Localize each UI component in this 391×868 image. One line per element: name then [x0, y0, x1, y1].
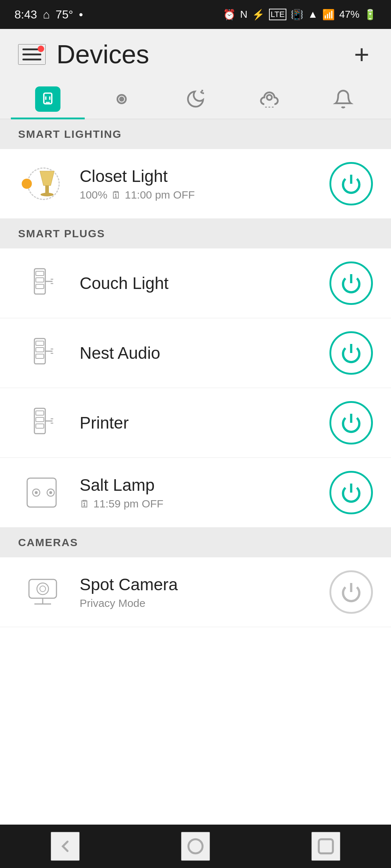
svg-rect-27 — [36, 348, 44, 352]
camera-tab-icon — [109, 86, 134, 112]
device-name: Closet Light — [80, 166, 319, 186]
section-smart-plugs: SMART PLUGS — [0, 219, 391, 248]
battery-percent: 47% — [339, 9, 360, 20]
alarm-icon: ⏰ — [223, 9, 236, 21]
home-icon: ⌂ — [43, 8, 50, 21]
device-name: Salt Lamp — [80, 475, 319, 495]
weather-tab-icon — [257, 86, 282, 112]
list-item[interactable]: Couch Light — [0, 248, 391, 318]
power-button[interactable] — [329, 162, 373, 205]
svg-rect-18 — [36, 271, 44, 276]
recents-button[interactable] — [311, 832, 340, 861]
nfc-icon: N — [240, 9, 247, 20]
nest-audio-info: Nest Audio — [69, 343, 329, 363]
svg-point-9 — [267, 95, 272, 100]
home-button[interactable] — [181, 832, 210, 861]
time: 8:43 — [14, 8, 37, 21]
alerts-tab-icon — [331, 86, 356, 112]
power-button[interactable] — [329, 471, 373, 514]
power-button[interactable] — [329, 570, 373, 614]
closet-light-info: Closet Light 100% 🗓 11:00 pm OFF — [69, 166, 329, 201]
svg-rect-54 — [319, 839, 333, 854]
printer-info: Printer — [69, 413, 329, 433]
plug-strip-icon-3 — [18, 401, 69, 444]
status-right: ⏰ N ⚡ LTE 📳 ▲ 📶 47% 🔋 — [223, 9, 377, 21]
lte-icon: LTE — [269, 9, 287, 20]
section-cameras: CAMERAS — [0, 528, 391, 557]
nav-bar — [0, 825, 391, 868]
svg-point-5 — [120, 97, 123, 101]
night-tab-icon — [183, 86, 208, 112]
tab-plug[interactable] — [11, 80, 85, 119]
header-left: Devices — [18, 39, 149, 69]
status-left: 8:43 ⌂ 75° • — [14, 8, 83, 21]
svg-rect-28 — [36, 354, 44, 358]
couch-light-info: Couch Light — [69, 273, 329, 293]
svg-rect-36 — [36, 424, 44, 428]
plug-strip-icon — [18, 261, 69, 305]
device-name: Printer — [80, 413, 319, 433]
power-button[interactable] — [329, 331, 373, 375]
power-button[interactable] — [329, 261, 373, 305]
lamp-icon — [18, 162, 69, 205]
tab-weather[interactable] — [232, 80, 306, 119]
svg-line-6 — [201, 92, 202, 93]
svg-point-45 — [49, 491, 52, 494]
power-button[interactable] — [329, 401, 373, 444]
bluetooth-icon: ⚡ — [252, 9, 265, 21]
tab-camera[interactable] — [85, 80, 159, 119]
device-name: Spot Camera — [80, 575, 319, 594]
list-item[interactable]: Printer — [0, 388, 391, 458]
vibrate-icon: 📳 — [291, 9, 303, 21]
device-name: Couch Light — [80, 273, 319, 293]
outlet-icon — [18, 471, 69, 514]
battery-icon: 🔋 — [364, 9, 377, 21]
list-item[interactable]: Salt Lamp 🗓 11:59 pm OFF — [0, 458, 391, 528]
wifi-icon: ▲ — [308, 9, 318, 20]
tab-alerts[interactable] — [306, 80, 380, 119]
list-item[interactable]: Closet Light 100% 🗓 11:00 pm OFF — [0, 149, 391, 219]
svg-point-49 — [40, 586, 46, 592]
back-button[interactable] — [51, 832, 80, 861]
svg-rect-19 — [36, 278, 44, 282]
list-item[interactable]: Nest Audio — [0, 318, 391, 388]
signal-icon: 📶 — [322, 9, 335, 21]
svg-point-53 — [189, 839, 203, 854]
plug-strip-icon-2 — [18, 331, 69, 375]
app-header: Devices + — [0, 29, 391, 80]
temperature: 75° — [56, 8, 73, 21]
status-bar: 8:43 ⌂ 75° • ⏰ N ⚡ LTE 📳 ▲ 📶 47% 🔋 — [0, 0, 391, 29]
dot: • — [79, 8, 83, 21]
device-name: Nest Audio — [80, 343, 319, 363]
spot-camera-info: Spot Camera Privacy Mode — [69, 575, 329, 609]
svg-point-48 — [37, 583, 49, 595]
section-smart-lighting: SMART LIGHTING — [0, 119, 391, 149]
menu-notification-dot — [38, 46, 44, 52]
svg-point-15 — [41, 193, 54, 196]
tab-night[interactable] — [159, 80, 232, 119]
salt-lamp-info: Salt Lamp 🗓 11:59 pm OFF — [69, 475, 329, 510]
svg-marker-13 — [40, 171, 54, 186]
svg-rect-20 — [36, 284, 44, 289]
svg-point-44 — [35, 491, 38, 494]
main-content: SMART LIGHTING Closet Light 100% 🗓 11:00… — [0, 119, 391, 825]
list-item[interactable]: Spot Camera Privacy Mode — [0, 557, 391, 627]
plug-icon — [35, 86, 60, 112]
device-sub: Privacy Mode — [80, 597, 319, 609]
camera-icon — [18, 570, 69, 614]
tab-bar — [0, 80, 391, 119]
add-device-button[interactable]: + — [350, 36, 373, 73]
svg-rect-26 — [36, 341, 44, 345]
menu-button[interactable] — [18, 44, 46, 65]
device-sub: 100% 🗓 11:00 pm OFF — [80, 189, 319, 201]
svg-rect-47 — [29, 579, 56, 598]
page-title: Devices — [56, 39, 149, 69]
device-sub: 🗓 11:59 pm OFF — [80, 498, 319, 510]
svg-rect-34 — [36, 411, 44, 415]
svg-rect-35 — [36, 417, 44, 422]
